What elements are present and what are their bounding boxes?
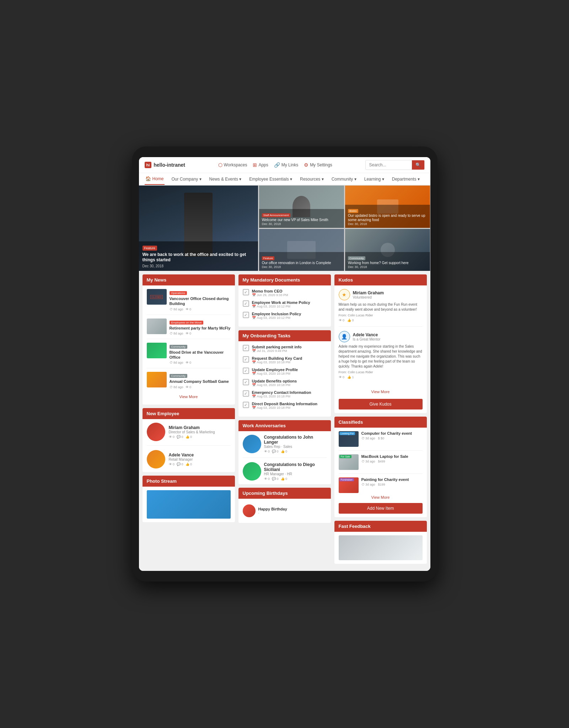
search-input[interactable] xyxy=(366,161,412,169)
col-left: My News CLOSED Operations Vancouver Offi… xyxy=(143,274,235,567)
kudos-view-more[interactable]: View More xyxy=(339,387,423,396)
hero-sub-4[interactable]: Community Working from home? Get support… xyxy=(345,229,430,271)
kudos-name-2: Adele Vance xyxy=(353,332,381,337)
onboarding-card: My Onboarding Tasks ✓ Submit parking per… xyxy=(238,330,331,417)
fast-feedback-thumb xyxy=(339,535,423,560)
doc-item-2[interactable]: ✓ Employee Work at Home Policy 📅 Aug 03,… xyxy=(243,300,327,308)
nav-departments[interactable]: Departments ▾ xyxy=(391,174,420,184)
onboarding-header: My Onboarding Tasks xyxy=(238,330,331,341)
news-view-more[interactable]: View More xyxy=(147,392,231,401)
news-item-2[interactable]: Employees on the Move Retirement party f… xyxy=(147,318,231,339)
my-news-header: My News xyxy=(143,274,235,285)
kudos-avatar-1: ★ xyxy=(339,289,350,300)
photo-stream-thumb[interactable] xyxy=(147,490,231,519)
news-item-3[interactable]: Community Blood Drive at the Vancouver O… xyxy=(147,343,231,369)
nav-news-events[interactable]: News & Events ▾ xyxy=(209,174,242,184)
classified-tag-2: For Sale xyxy=(339,455,351,458)
task-cal-4: 📅 xyxy=(252,383,256,387)
new-employee-body: Miriam Graham Director of Sales & Market… xyxy=(143,419,235,472)
anniversary-item-2[interactable]: Congratulations to Diego Siciliani HR Ma… xyxy=(243,462,327,481)
hero-main[interactable]: Feature We are back to work at the offic… xyxy=(139,186,258,271)
workspaces-nav-item[interactable]: ⬡ Workspaces xyxy=(218,162,247,168)
photo-stream-card: Photo Stream xyxy=(143,476,235,522)
classified-thumb-2: For Sale xyxy=(339,454,359,470)
kudos-avatar-2: 👤 xyxy=(339,331,350,342)
nav-resources[interactable]: Resources ▾ xyxy=(299,174,324,184)
logo-area[interactable]: hi hello-intranet xyxy=(145,162,185,168)
classified-content-2: MacBook Laptop for Sale ⏱ 3d ago $499 xyxy=(361,454,408,463)
nav-employee-essentials[interactable]: Employee Essentials ▾ xyxy=(248,174,293,184)
hero-sub-1[interactable]: Staff Announcement Welcome our new VP of… xyxy=(259,186,344,228)
kudos-text-1: Miriam help us so much during the Fun Ru… xyxy=(339,302,423,312)
check-icon-2: ✓ xyxy=(243,300,249,307)
hero-main-date: Dec 30, 2018 xyxy=(143,264,254,268)
mandatory-docs-card: My Mandatory Documents ✓ Memo from CEO 📅… xyxy=(238,274,331,327)
task-check-3: ✓ xyxy=(243,368,249,374)
task-item-6[interactable]: ✓ Direct Deposit Banking Information 📅 A… xyxy=(243,402,327,410)
task-cal-2: 📅 xyxy=(252,360,256,364)
anniv-content-2: Congratulations to Diego Siciliani HR Ma… xyxy=(264,462,327,481)
settings-nav-item[interactable]: ⚙ My Settings xyxy=(304,162,332,168)
hero-sub-2[interactable]: Bistro Our updated bistro is open and re… xyxy=(345,186,430,228)
anniv-photo-2 xyxy=(243,462,261,481)
news-item-1[interactable]: CLOSED Operations Vancouver Office Close… xyxy=(147,289,231,315)
task-item-3[interactable]: ✓ Update Employee Profile 📅 Aug 03, 2020… xyxy=(243,368,327,375)
mylinks-nav-item[interactable]: 🔗 My Links xyxy=(274,162,298,168)
add-new-item-button[interactable]: Add New Item xyxy=(339,503,423,514)
news-tag-4: Community xyxy=(170,374,187,378)
nav-our-company[interactable]: Our Company ▾ xyxy=(171,174,202,184)
news-title-4: Annual Company Softball Game xyxy=(170,379,231,384)
new-employee-header: New Employee xyxy=(143,408,235,419)
apps-nav-item[interactable]: ⊞ Apps xyxy=(253,162,268,168)
classified-item-3[interactable]: Fundraiser Painting for Charity event ⏱ … xyxy=(339,477,423,493)
search-button[interactable]: 🔍 xyxy=(412,160,424,170)
anniversary-item-1[interactable]: Congratulations to John Langer Sales Rep… xyxy=(243,435,327,458)
kudos-header-2: 👤 Adele Vance Is a Great Mentor xyxy=(339,331,423,342)
doc-content-3: Employee Inclusion Policy 📅 Aug 03, 2020… xyxy=(252,312,301,320)
kudos-header-1: ★ Miriam Graham Volunteered xyxy=(339,289,423,300)
doc-item-3[interactable]: ✓ Employee Inclusion Policy 📅 Aug 03, 20… xyxy=(243,312,327,320)
classifieds-view-more[interactable]: View More xyxy=(339,493,423,502)
classified-item-2[interactable]: For Sale MacBook Laptop for Sale ⏱ 3d ag… xyxy=(339,454,423,474)
classifieds-body: Looking For Computer for Charity event ⏱… xyxy=(334,428,427,517)
onboarding-body: ✓ Submit parking permit info 📅 Jul 31, 2… xyxy=(238,341,331,417)
main-nav-bar: 🏠 Home Our Company ▾ News & Events ▾ Emp… xyxy=(139,173,430,186)
apps-icon: ⊞ xyxy=(253,162,257,168)
kudos-type-1: Volunteered xyxy=(353,295,384,299)
doc-item-1[interactable]: ✓ Memo from CEO 📅 Jun 29, 2020 9:33 PM xyxy=(243,289,327,297)
task-item-4[interactable]: ✓ Update Benefits options 📅 Aug 03, 2020… xyxy=(243,379,327,387)
nav-community[interactable]: Community ▾ xyxy=(331,174,357,184)
birthday-info-1: Happy Birthday · xyxy=(258,507,287,515)
give-kudos-button[interactable]: Give Kudos xyxy=(339,399,423,410)
classified-meta-2: ⏱ 3d ago $499 xyxy=(361,460,408,463)
task-title-3: Update Employee Profile xyxy=(252,368,298,372)
task-item-5[interactable]: ✓ Emergency Contact Information 📅 Aug 03… xyxy=(243,390,327,398)
hero-sub-3[interactable]: Feature Our office renovation in London … xyxy=(259,229,344,271)
task-check-6: ✓ xyxy=(243,402,249,408)
news-time-2: ⏱ 8d ago xyxy=(170,332,183,335)
employee-name-1: Miriam Graham xyxy=(169,425,215,430)
birthday-item-1[interactable]: Happy Birthday · xyxy=(243,502,327,519)
employee-item-1[interactable]: Miriam Graham Director of Sales & Market… xyxy=(147,423,231,446)
hero-sub-2-date: Dec 30, 2018 xyxy=(348,222,427,226)
nav-home[interactable]: 🏠 Home xyxy=(145,173,165,185)
employee-item-2[interactable]: Adele Vance Retail Manager 👁 0 💬 0 👍 0 xyxy=(147,450,231,469)
hero-sub-1-caption: Staff Announcement Welcome our new VP of… xyxy=(259,209,344,228)
nav-learning[interactable]: Learning ▾ xyxy=(364,174,385,184)
news-tag-3: Community xyxy=(170,345,187,349)
tablet-frame: hi hello-intranet ⬡ Workspaces ⊞ Apps 🔗 … xyxy=(132,146,438,582)
classified-title-1: Computer for Charity event xyxy=(361,431,412,435)
classifieds-card: Classifieds Looking For Computer for Cha… xyxy=(334,417,427,517)
news-time-4: ⏱ 8d ago xyxy=(170,385,183,389)
task-date-5: 📅 Aug 03, 2020 10:18 PM xyxy=(252,395,311,398)
hero-sub-4-tag: Community xyxy=(348,256,365,260)
kudos-item-1: ★ Miriam Graham Volunteered Miriam help … xyxy=(339,289,423,327)
classified-item-1[interactable]: Looking For Computer for Charity event ⏱… xyxy=(339,431,423,451)
hero-main-tag: Feature xyxy=(143,246,157,251)
work-anniversaries-card: Work Anniversaries Congratulations to Jo… xyxy=(238,420,331,484)
task-item-1[interactable]: ✓ Submit parking permit info 📅 Jul 31, 2… xyxy=(243,345,327,353)
task-item-2[interactable]: ✓ Request Building Key Card 📅 Aug 03, 20… xyxy=(243,356,327,364)
news-item-4[interactable]: Community Annual Company Softball Game ⏱… xyxy=(147,372,231,392)
task-check-2: ✓ xyxy=(243,356,249,363)
classified-content-1: Computer for Charity event ⏱ 3d ago $ $0 xyxy=(361,431,412,440)
